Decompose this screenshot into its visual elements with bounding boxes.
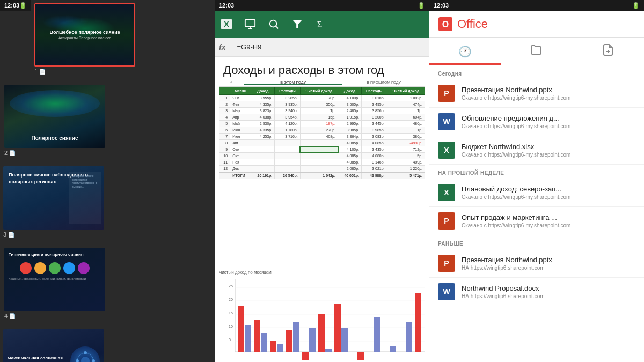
- table-row[interactable]: 7Июл4 253р.3 716р.408р.3 364р.3 083р.380…: [219, 134, 425, 140]
- file-name: Презентация Northwind.pptx: [462, 256, 635, 264]
- table-row[interactable]: 5Май2 930р.4 120р.-187р.2 995р.3 445р.48…: [219, 121, 425, 127]
- docx-icon-2: W: [438, 283, 455, 300]
- office-battery-icon: 🔋: [632, 2, 640, 9]
- file-name: Бюджет Northwind.xlsx: [462, 143, 635, 151]
- formula-content[interactable]: =G9-H9: [237, 43, 425, 51]
- svg-text:O: O: [442, 20, 449, 29]
- table-totals-row: ИТОГИ26 191р.26 546р.1 042р.40 051р.42 9…: [219, 172, 425, 179]
- svg-rect-36: [238, 306, 244, 352]
- excel-chart: Чистый доход по месяцам 25 20 15 10 5: [215, 265, 429, 362]
- file-item-pptx-northwind-today[interactable]: P Презентация Northwind.pptx Скачано с h…: [429, 79, 644, 108]
- slide-item-3[interactable]: Полярное сияние наблюдается в полярных р…: [3, 166, 104, 241]
- section-this-year: В ЭТОМ ГОДУ: [244, 80, 342, 85]
- col-net1: Чистый доход: [300, 87, 338, 95]
- table-row[interactable]: 9Сен4 100р.3 435р.712р.: [219, 146, 425, 153]
- sigma-icon-button[interactable]: Σ: [313, 17, 328, 32]
- tab-folder[interactable]: [501, 38, 572, 65]
- tab-recent[interactable]: 🕐: [429, 38, 501, 65]
- docx-icon: W: [438, 113, 455, 130]
- file-item-docx-proposal[interactable]: W Обновление предложения д... Скачано с …: [429, 108, 644, 136]
- table-row[interactable]: 11Ноя4 085р.3 146р.489р.: [219, 159, 425, 166]
- file-name: Опыт продаж и маркетинга ...: [462, 213, 635, 221]
- excel-status-bar: 12:03 🔋: [215, 0, 429, 11]
- svg-point-1: [81, 357, 90, 362]
- office-logo-text: Office: [457, 17, 488, 31]
- slide-item-1[interactable]: Волшебное полярное сияние Аспиранты Севе…: [34, 3, 135, 78]
- slide-item-2[interactable]: Полярное сияние 2 📄: [4, 85, 105, 160]
- slide-thumbnail-3: Полярное сияние наблюдается в полярных р…: [3, 166, 104, 230]
- svg-text:25: 25: [229, 284, 233, 288]
- slide-number-2: 2 📄: [4, 150, 105, 156]
- slide-item-5[interactable]: Максимальная солнечная активность 5 📄: [3, 329, 104, 362]
- tab-new[interactable]: [573, 38, 644, 65]
- col-net2: Чистый доход: [387, 87, 425, 95]
- table-row[interactable]: 6Июн4 335р.1 780р.270р.3 985р.3 985р.1р.: [219, 127, 425, 134]
- file-info: Опыт продаж и маркетинга ... Скачано с h…: [462, 213, 635, 228]
- svg-rect-51: [374, 317, 380, 352]
- slides-status-bar: 12:03 🔋: [0, 0, 31, 11]
- table-row[interactable]: 12Дек2 085р.3 021р.1 220р.: [219, 166, 425, 173]
- office-status-bar: 12:03 🔋: [429, 0, 644, 11]
- col-month: Месяц: [230, 87, 251, 95]
- slide-item-4[interactable]: Типичные цвета полярного сияния Красный,…: [4, 248, 105, 323]
- excel-toolbar: X Σ: [215, 11, 429, 38]
- search-icon-button[interactable]: [266, 17, 281, 32]
- slides-panel: 12:03 🔋 Волшебное полярное сияние Аспира…: [0, 0, 215, 362]
- chart-title: Чистый доход по месяцам: [219, 270, 425, 275]
- office-time: 12:03: [434, 2, 449, 9]
- table-row[interactable]: 2Фев4 335р.3 935р.350р.3 505р.3 495р.474…: [219, 101, 425, 108]
- pptx-icon-3: P: [438, 255, 455, 272]
- col-row-num: [219, 87, 230, 95]
- svg-text:X: X: [224, 20, 229, 28]
- file-source: НА https://wingtip6.sharepoint.com: [462, 265, 635, 271]
- file-name: Northwind Proposal.docx: [462, 284, 635, 292]
- file-info: Обновление предложения д... Скачано с ht…: [462, 114, 635, 129]
- file-info: Презентация Northwind.pptx НА https://wi…: [462, 256, 635, 271]
- svg-rect-48: [334, 304, 341, 352]
- file-item-pptx-sales[interactable]: P Опыт продаж и маркетинга ... Скачано с…: [429, 207, 644, 235]
- file-info: Бюджет Northwind.xlsx Скачано с https://…: [462, 143, 635, 158]
- file-item-xlsx-budget[interactable]: X Бюджет Northwind.xlsx Скачано с https:…: [429, 136, 644, 165]
- svg-rect-42: [286, 330, 292, 352]
- filter-icon-button[interactable]: [290, 17, 305, 32]
- pptx-icon-2: P: [438, 212, 455, 230]
- excel-battery-icon: 🔋: [418, 2, 425, 9]
- svg-rect-49: [341, 328, 348, 352]
- office-status-icons: 🔋: [632, 2, 640, 9]
- excel-table: Месяц Доход Расходы Чистый доход Доход Р…: [219, 87, 425, 179]
- slide-2-title: Полярное сияние: [4, 135, 105, 142]
- office-logo: O Office: [438, 17, 488, 32]
- slide-3-right: Северное сияние встречается преимуществе…: [69, 172, 101, 224]
- file-info: Презентация Northwind.pptx Скачано с htt…: [462, 86, 635, 101]
- pptx-icon: P: [438, 85, 455, 102]
- office-content: Сегодня P Презентация Northwind.pptx Ска…: [429, 65, 644, 362]
- file-name: Обновление предложения д...: [462, 114, 635, 122]
- folder-icon: [530, 43, 543, 59]
- xlsx-icon-2: X: [438, 184, 455, 201]
- col-income1: Доход: [251, 87, 275, 95]
- section-last-year: В ПРОШЛОМ ГОДУ: [342, 80, 425, 85]
- table-row[interactable]: 1Янв3 955р.3 285р.70р.4 100р.3 018р.1 08…: [219, 95, 425, 101]
- svg-rect-52: [390, 346, 396, 352]
- svg-rect-39: [261, 333, 267, 352]
- table-row[interactable]: 8Авг4 085р.4 085р.-4998р.: [219, 140, 425, 146]
- svg-marker-22: [293, 20, 302, 28]
- slide-number-3: 3 📄: [3, 231, 104, 238]
- file-item-pptx-northwind-earlier[interactable]: P Презентация Northwind.pptx НА https://…: [429, 249, 644, 278]
- table-row[interactable]: 3Мар3 823р.3 940р.Тр.2 485р.3 856р.Тр.: [219, 108, 425, 114]
- excel-title: Доходы и расходы в этом год: [215, 57, 429, 79]
- svg-rect-41: [277, 344, 283, 352]
- office-header: O Office: [429, 11, 644, 38]
- monitor-icon-button[interactable]: [243, 17, 258, 32]
- table-row[interactable]: 10Окт4 085р.4 080р.5р.: [219, 153, 425, 159]
- file-item-docx-northwind-proposal[interactable]: W Northwind Proposal.docx НА https://win…: [429, 278, 644, 306]
- svg-point-2: [84, 351, 87, 354]
- office-logo-button[interactable]: X: [219, 17, 234, 32]
- svg-rect-50: [357, 352, 364, 360]
- svg-rect-54: [415, 293, 421, 352]
- section-earlier: РАНЬШЕ: [429, 235, 644, 249]
- table-row[interactable]: 4Апр4 038р.3 954р.15р.1 915р.3 200р.604р…: [219, 114, 425, 121]
- file-item-xlsx-revenue[interactable]: X Плановый доход: северо-зап... Скачано …: [429, 179, 644, 207]
- svg-rect-53: [406, 322, 412, 352]
- slide-number-4: 4 📄: [4, 313, 105, 319]
